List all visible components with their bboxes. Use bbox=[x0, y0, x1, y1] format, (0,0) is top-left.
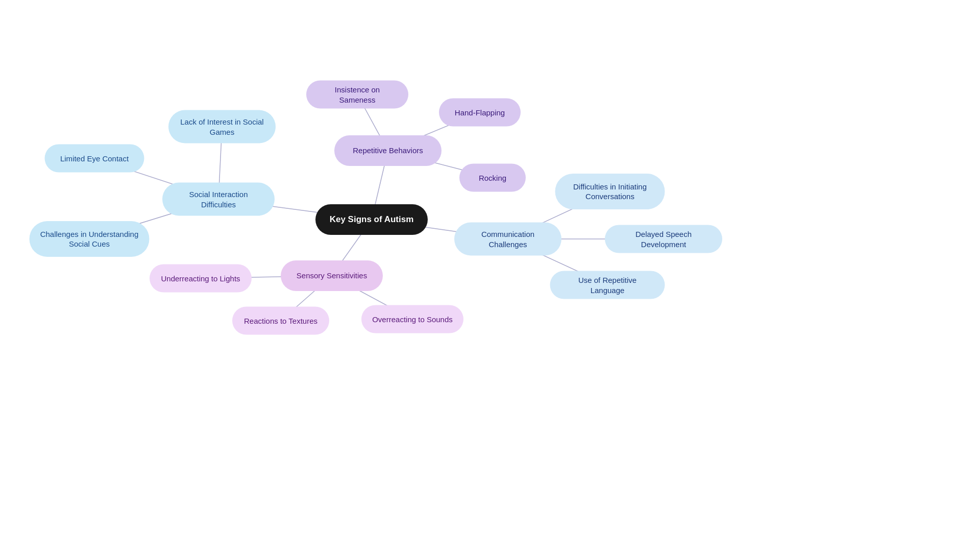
node-lack-social-games: Lack of Interest in SocialGames bbox=[168, 110, 276, 143]
node-communication-challenges: CommunicationChallenges bbox=[454, 223, 561, 256]
node-repetitive-language: Use of Repetitive Language bbox=[550, 271, 665, 299]
node-center: Key Signs of Autism bbox=[315, 204, 428, 235]
node-underreacting-lights: Underreacting to Lights bbox=[150, 265, 252, 293]
mindmap-container: Key Signs of AutismSocial InteractionDif… bbox=[0, 0, 980, 553]
node-repetitive-behaviors: Repetitive Behaviors bbox=[334, 135, 442, 166]
node-insistence-sameness: Insistence on Sameness bbox=[306, 81, 408, 109]
node-social-interaction: Social InteractionDifficulties bbox=[162, 183, 275, 216]
node-overreacting-sounds: Overreacting to Sounds bbox=[361, 305, 463, 333]
node-delayed-speech: Delayed Speech Development bbox=[605, 225, 722, 253]
node-difficulties-initiating: Difficulties in InitiatingConversations bbox=[555, 174, 665, 209]
connections-svg bbox=[0, 0, 980, 553]
node-limited-eye-contact: Limited Eye Contact bbox=[45, 145, 144, 173]
node-sensory-sensitivities: Sensory Sensitivities bbox=[281, 260, 383, 291]
node-rocking: Rocking bbox=[459, 164, 526, 192]
node-challenges-social-cues: Challenges in UnderstandingSocial Cues bbox=[30, 221, 150, 257]
node-hand-flapping: Hand-Flapping bbox=[439, 99, 521, 127]
node-reactions-textures: Reactions to Textures bbox=[232, 307, 329, 335]
